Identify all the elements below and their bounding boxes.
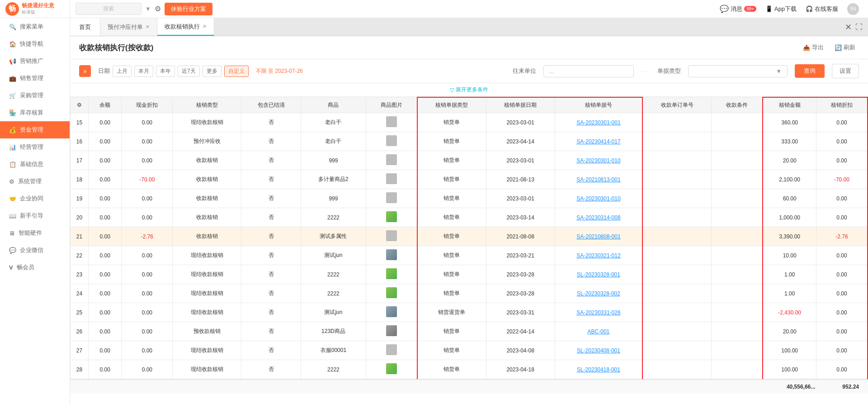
cell-verify-doc-no[interactable]: SA-20210813-001 [555,170,642,189]
cell-verify-doc-date: 2023-03-31 [486,303,555,322]
cell-verify-doc-no[interactable]: SA-20230301-010 [555,151,642,170]
logo-icon: 畅 [5,2,19,16]
cell-goods-img [366,360,417,379]
sidebar-item-guide[interactable]: 📖 新手引导 [0,207,70,224]
cell-cash-discount: 0.00 [122,208,173,227]
cell-settled: 否 [241,227,301,246]
date-btn-more[interactable]: 更多 [203,66,222,77]
sidebar-item-system[interactable]: ⚙ 系统管理 [0,173,70,190]
date-btn-7days[interactable]: 近7天 [178,66,200,77]
cell-verify-discount: 0.00 [816,189,868,208]
date-btn-custom[interactable]: 自定义 [224,66,249,77]
filter-expand-btn[interactable]: » [79,65,91,77]
cell-cash-discount: 0.00 [122,113,173,132]
cell-settled: 否 [241,151,301,170]
col-header-settings[interactable]: ⚙ [71,97,89,113]
cell-verify-doc-no[interactable]: SL-20230408-001 [555,341,642,360]
industry-btn[interactable]: 休验行业方案 [165,3,212,15]
refresh-btn[interactable]: 🔄 刷新 [831,42,859,53]
cell-verify-doc-no[interactable]: SA-20230314-008 [555,208,642,227]
cell-verify-doc-no[interactable]: SL-20230418-001 [555,360,642,379]
cell-receipt-order-no [642,170,712,189]
online-service-btn[interactable]: 🎧 在线客服 [806,5,838,13]
cell-verify-doc-no[interactable]: SL-20230328-002 [555,284,642,303]
sidebar-item-finance[interactable]: 💰 资金管理 [0,121,70,138]
sidebar-item-basic[interactable]: 📋 基础信息 [0,156,70,173]
tab-expand-icon[interactable]: ⛶ [855,23,863,31]
query-btn[interactable]: 查询 [795,64,825,78]
table-wrap[interactable]: ⚙ 余额 现金折扣 核销类型 包含已结清 商品 商品图片 核销单据类型 核销单据… [70,97,868,404]
cell-goods: 2222 [301,208,366,227]
sidebar-item-marketing[interactable]: 📢 营销推广 [0,52,70,70]
sidebar-item-collab[interactable]: 🤝 企业协同 [0,190,70,207]
cell-verify-doc-type: 销货单 [417,208,486,227]
tab-home[interactable]: 首页 [70,18,100,36]
search-placeholder[interactable]: 搜索 [75,3,142,15]
sidebar-item-member[interactable]: V 畅会员 [0,259,70,276]
sidebar-item-hardware[interactable]: 🖥 智能硬件 [0,224,70,242]
export-btn[interactable]: 📤 导出 [799,42,827,53]
sidebar-item-inventory[interactable]: 🏪 库存核算 [0,104,70,121]
cell-verify-doc-no[interactable]: SA-20230301-010 [555,189,642,208]
marketing-icon: 📢 [9,58,16,65]
cell-verify-discount: -70.00 [816,170,868,189]
cell-goods: 2222 [301,284,366,303]
cell-verify-amount: 60.00 [763,189,816,208]
cell-goods: 2222 [301,265,366,284]
date-btn-this-month[interactable]: 本月 [134,66,153,77]
user-avatar[interactable]: Rit [847,3,859,15]
cell-goods: 老白干 [301,113,366,132]
cell-receipt-order-no [642,208,712,227]
cell-verify-amount: 1.00 [763,284,816,303]
cell-verify-doc-no[interactable]: SA-20210808-001 [555,227,642,246]
tab-close-icon[interactable]: ✕ [845,22,852,32]
cell-verify-discount: 0.00 [816,322,868,341]
col-header-verify-doc-type: 核销单据类型 [417,97,486,113]
settings-gear-icon[interactable]: ⚙ [155,5,161,13]
sidebar-item-purchase[interactable]: 🛒 采购管理 [0,87,70,104]
cell-receipt-order-no [642,227,712,246]
cell-verify-doc-type: 销货单 [417,341,486,360]
voucher-select[interactable]: ▼ [688,65,788,77]
logo-edition: 标准版 [22,9,54,15]
cell-verify-doc-type: 销货单 [417,227,486,246]
cell-cash-discount: 0.00 [122,151,173,170]
cell-verify-doc-no[interactable]: ABC-001 [555,322,642,341]
page-header: 收款核销执行(按收款) 📤 导出 🔄 刷新 [70,36,868,59]
cell-verify-type: 收款核销 [173,208,241,227]
sidebar-item-search[interactable]: 🔍 搜索菜单 [0,18,70,35]
cell-verify-amount: 20.00 [763,322,816,341]
date-btn-last-month[interactable]: 上月 [113,66,132,77]
app-download-btn[interactable]: 📱 App下载 [765,5,797,13]
sidebar-item-wechat[interactable]: 💬 企业微信 [0,242,70,259]
cell-verify-doc-no[interactable]: SL-20230328-001 [555,265,642,284]
expand-more-btn[interactable]: ▽ 展开更多条件 [450,86,488,94]
cell-receipt-condition [712,360,763,379]
user-label: Rit [850,6,856,11]
tab-prepay-close[interactable]: ✕ [146,24,150,30]
date-label: 日期 [98,67,110,75]
cell-verify-doc-type: 销货退货单 [417,303,486,322]
sidebar-item-operations[interactable]: 📊 经营管理 [0,138,70,156]
top-search-area: 搜索 ▼ ⚙ 休验行业方案 [70,3,218,15]
cell-settled: 否 [241,360,301,379]
sidebar-item-sales[interactable]: 💼 销售管理 [0,70,70,87]
cell-verify-doc-no[interactable]: SA-20230301-001 [555,113,642,132]
tab-collection-close[interactable]: ✕ [203,24,207,29]
sidebar-item-quicknav[interactable]: 🏠 快捷导航 [0,35,70,52]
settings-btn[interactable]: 设置 [832,64,859,78]
date-btn-this-year[interactable]: 本年 [156,66,175,77]
cell-verify-doc-no[interactable]: SA-20230414-017 [555,132,642,151]
message-btn[interactable]: 💬 消息 99+ [720,5,756,13]
tab-prepay[interactable]: 预付冲应付单 ✕ [100,18,157,36]
purchase-icon: 🛒 [9,92,16,99]
cell-settled: 否 [241,113,301,132]
cell-verify-doc-no[interactable]: SA-20230331-026 [555,303,642,322]
tab-collection[interactable]: 收款核销执行 ✕ [157,18,214,36]
cell-verify-doc-type: 销货单 [417,322,486,341]
dropdown-icon[interactable]: ▼ [145,5,151,12]
cell-receipt-condition [712,189,763,208]
table-row: 250.000.00现结收款核销否测试jun销货退货单2023-03-31SA-… [71,303,868,322]
source-input[interactable]: ... [543,65,634,77]
cell-verify-doc-no[interactable]: SA-20230321-012 [555,246,642,265]
